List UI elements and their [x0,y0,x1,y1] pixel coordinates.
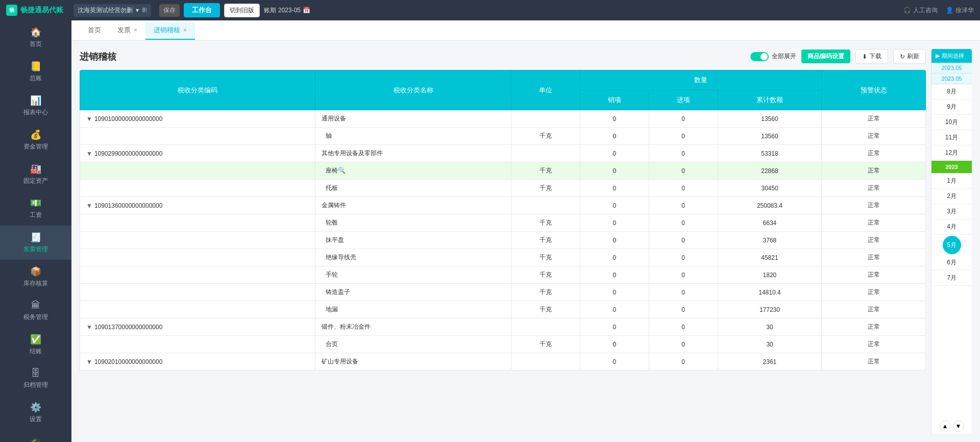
period-month-2[interactable]: 2月 [932,189,972,204]
main-layout: 🏠 首页 📒 总账 📊 报表中心 💰 资金管理 🏭 固定资产 💵 工资 🧾 发票… [0,20,980,442]
cell-name: 合页 [315,336,511,353]
cell-total: 13560 [718,110,822,128]
header-tax-name: 税收分类名称 [315,70,511,110]
delete-company-icon[interactable]: 删 [142,7,147,14]
download-button[interactable]: ⬇ 下载 [855,49,888,64]
cell-unit [511,145,580,162]
calendar-icon[interactable]: 📅 [303,7,310,14]
tab-invoice-close[interactable]: × [134,27,137,34]
cell-status: 正常 [822,110,926,128]
worktable-button[interactable]: 工作台 [184,3,220,17]
header-total: 累计数额 [718,90,822,110]
sidebar-item-archive[interactable]: 🗄 归档管理 [0,362,71,396]
sidebar-item-guide[interactable]: 🎓 新手引导 [0,430,71,442]
cell-code [80,284,315,301]
cell-sales: 0 [580,214,649,232]
search-icon[interactable]: 🔍 [338,167,346,174]
cell-code: ▼10901370000000000000 [80,318,315,336]
table-row: 座椅🔍 千克 0 0 22868 正常 [80,162,926,180]
period-month-12[interactable]: 12月 [932,145,972,161]
cell-code [80,180,315,197]
sidebar-item-home[interactable]: 🏠 首页 [0,20,71,55]
period-month-6[interactable]: 6月 [932,255,972,271]
period-month-5[interactable]: 5月 [943,236,961,254]
cell-total: 3768 [718,232,822,249]
period-month-10[interactable]: 10月 [932,115,972,130]
tab-invoice[interactable]: 发票 × [109,21,145,40]
cell-unit [511,197,580,214]
period-month-11[interactable]: 11月 [932,130,972,145]
collapse-icon[interactable]: ▼ [86,202,92,209]
tab-reconcile[interactable]: 进销稽核 × [145,21,195,40]
collapse-icon[interactable]: ▼ [86,115,92,122]
toggle-all-switch[interactable] [750,52,769,61]
table-row: 合页 千克 0 0 30 正常 [80,336,926,353]
user-button[interactable]: 👤 徐泽华 [946,6,974,15]
cell-code [80,301,315,318]
sidebar-item-stock[interactable]: 📦 库存核算 [0,260,71,294]
cell-unit: 千克 [511,232,580,249]
user-icon: 👤 [946,7,953,14]
old-version-button[interactable]: 切到旧版 [224,4,260,17]
collapse-icon[interactable]: ▼ [86,324,92,331]
cell-name: 轮毂 [315,214,511,232]
logo-icon: 畅 [6,5,17,16]
cell-purchase: 0 [649,353,718,371]
period-selector-title: 期间选择 [942,52,964,60]
app-name: 畅捷通易代账 [20,6,63,15]
product-code-button[interactable]: 商品编码设置 [801,50,850,63]
sidebar-item-tax[interactable]: 🏛 税务管理 [0,294,71,328]
cell-name: 其他专用设备及零部件 [315,145,511,162]
period-month-3[interactable]: 3月 [932,204,972,219]
period-month-7[interactable]: 7月 [932,271,972,286]
report-icon: 📊 [30,95,41,106]
page-title: 进销稽核 [80,51,116,63]
period-selector-icon: ▶ [936,53,940,59]
period-month-4[interactable]: 4月 [932,219,972,235]
sidebar-item-settings[interactable]: ⚙️ 设置 [0,396,71,430]
period-month-9[interactable]: 9月 [932,100,972,115]
period-month-1[interactable]: 1月 [932,174,972,189]
collapse-icon[interactable]: ▼ [86,358,92,365]
period-info: 账期 2023-05 📅 [264,6,310,15]
sidebar-label-settle: 结账 [30,347,42,356]
collapse-icon[interactable]: ▼ [86,150,92,157]
cell-unit: 千克 [511,249,580,266]
fixed-icon: 🏭 [30,163,41,175]
sidebar-item-fixed[interactable]: 🏭 固定资产 [0,157,71,191]
company-selector[interactable]: 沈海英测试经营勿删 ▾ 删 [74,4,151,17]
cell-name: 抹平盘 [315,232,511,249]
period-year-2023[interactable]: 2023 [932,161,972,174]
tab-home-label: 首页 [88,26,101,35]
period-header-row-2: 2023.05 [932,73,972,84]
sidebar-item-ledger[interactable]: 📒 总账 [0,55,71,89]
service-button[interactable]: 🎧 人工咨询 [903,6,938,15]
refresh-label: 刷新 [907,52,919,61]
sidebar-item-report[interactable]: 📊 报表中心 [0,89,71,123]
tab-reconcile-close[interactable]: × [183,27,187,34]
tab-bar: 首页 发票 × 进销稽核 × [71,20,980,41]
tab-home[interactable]: 首页 [80,21,109,40]
sidebar-item-fund[interactable]: 💰 资金管理 [0,123,71,157]
table-row: ▼10902990000000000000 其他专用设备及零部件 0 0 533… [80,145,926,162]
cell-purchase: 0 [649,110,718,128]
sidebar-item-settle[interactable]: ✅ 结账 [0,328,71,362]
cell-total: 1820 [718,266,822,284]
cell-name: 地漏 [315,301,511,318]
sidebar-label-invoice: 发票管理 [23,245,48,254]
page-content: 进销稽核 全部展开 商品编码设置 ⬇ 下载 ↻ 刷新 [71,41,980,442]
save-button[interactable]: 保存 [159,4,180,17]
period-up-button[interactable]: ▲ [940,421,951,432]
sidebar-item-salary[interactable]: 💵 工资 [0,191,71,226]
period-down-button[interactable]: ▼ [953,421,964,432]
sidebar-item-invoice[interactable]: 🧾 发票管理 [0,226,71,260]
guide-icon: 🎓 [30,436,41,442]
period-month-8[interactable]: 8月 [932,84,972,100]
table-row: ▼10901370000000000000 锻件、粉末冶金件 0 0 30 正常 [80,318,926,336]
cell-name: 轴 [315,128,511,145]
cell-code [80,214,315,232]
stock-icon: 📦 [30,266,41,277]
toggle-all-label: 全部展开 [772,52,796,61]
cell-purchase: 0 [649,318,718,336]
refresh-button[interactable]: ↻ 刷新 [893,49,926,64]
